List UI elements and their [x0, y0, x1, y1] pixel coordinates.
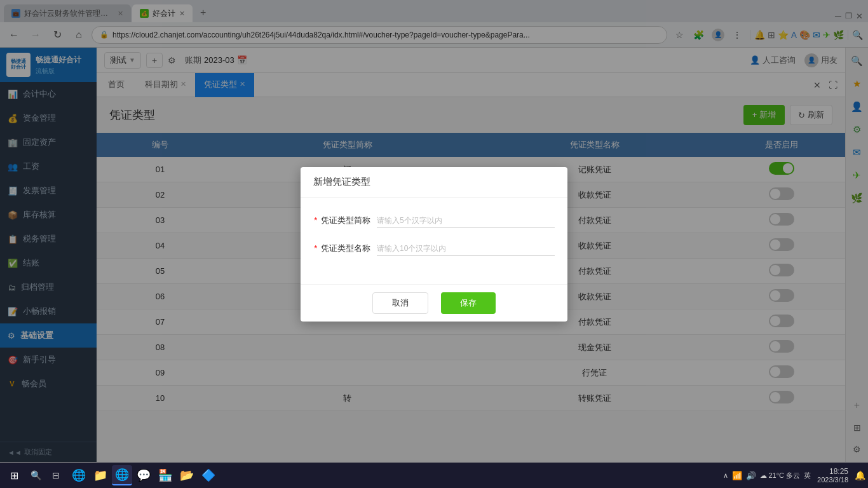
cancel-button[interactable]: 取消 [372, 292, 428, 314]
weather-icon: ☁ [760, 471, 767, 480]
taskbar-apps: 🌐 📁 🌐 💬 🏪 📂 🔷 [69, 465, 219, 485]
save-button[interactable]: 保存 [441, 292, 496, 314]
taskbar-app-explorer[interactable]: 📁 [90, 465, 111, 485]
form-row-full-name: * 凭证类型名称 [313, 241, 555, 256]
short-name-label: * 凭证类型简称 [313, 215, 370, 226]
full-name-input[interactable] [377, 241, 555, 256]
full-name-label: * 凭证类型名称 [313, 243, 370, 254]
task-view-button[interactable]: ⊟ [47, 466, 65, 484]
modal-footer: 取消 保存 [301, 284, 567, 322]
taskbar-app-edge[interactable]: 🌐 [69, 465, 89, 485]
tray-volume-icon[interactable]: 🔊 [746, 471, 756, 480]
taskbar-app-chrome[interactable]: 🌐 [112, 465, 132, 485]
tray-lang[interactable]: 英 [804, 471, 811, 480]
required-mark-2: * [314, 243, 317, 253]
required-mark: * [314, 215, 317, 225]
taskbar-app-folder[interactable]: 📂 [177, 465, 197, 485]
tray-up-arrow[interactable]: ∧ [723, 471, 728, 480]
taskbar-date: 2023/3/18 [817, 476, 848, 484]
modal-body: * 凭证类型简称 * 凭证类型名称 [301, 198, 567, 284]
taskbar-app-wechat[interactable]: 💬 [133, 465, 154, 485]
taskbar-time: 18:25 [817, 467, 848, 476]
weather-text: 21°C 多云 [768, 471, 800, 480]
save-label: 保存 [460, 298, 477, 308]
taskbar-app-browser2[interactable]: 🔷 [198, 465, 219, 485]
taskbar-app-store[interactable]: 🏪 [155, 465, 175, 485]
modal-title: 新增凭证类型 [313, 176, 370, 187]
tray-network-icon[interactable]: 📶 [732, 471, 742, 480]
form-row-short-name: * 凭证类型简称 [313, 213, 555, 228]
taskbar-clock[interactable]: 18:25 2023/3/18 [815, 467, 851, 484]
start-button[interactable]: ⊞ [3, 464, 25, 487]
tray-weather: ☁ 21°C 多云 [760, 471, 800, 480]
short-name-input[interactable] [377, 213, 555, 228]
taskbar-tray: ∧ 📶 🔊 ☁ 21°C 多云 英 18:25 2023/3/18 🔔 [723, 467, 865, 484]
notifications-button[interactable]: 🔔 [855, 470, 865, 480]
modal-header: 新增凭证类型 [301, 167, 567, 198]
modal-overlay: 新增凭证类型 * 凭证类型简称 * 凭证类型名称 取消 [0, 0, 868, 488]
taskbar: ⊞ 🔍 ⊟ 🌐 📁 🌐 💬 🏪 📂 🔷 ∧ 📶 🔊 ☁ 21°C 多云 英 18… [0, 463, 868, 488]
search-taskbar-button[interactable]: 🔍 [27, 466, 44, 484]
modal-dialog: 新增凭证类型 * 凭证类型简称 * 凭证类型名称 取消 [301, 167, 567, 322]
cancel-label: 取消 [392, 298, 409, 308]
